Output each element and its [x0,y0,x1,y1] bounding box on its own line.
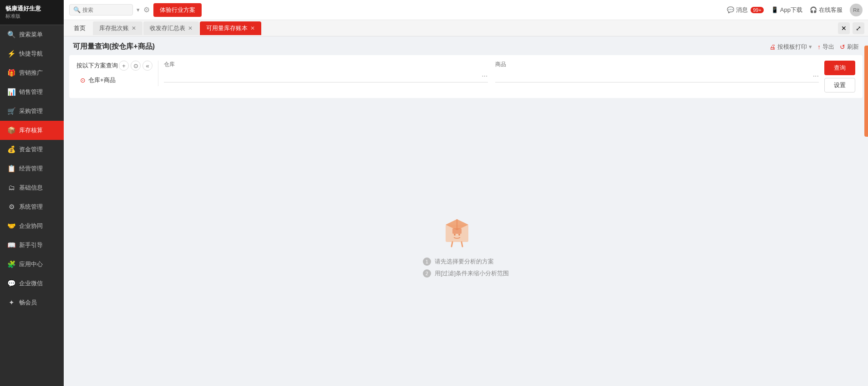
sidebar-label-operations: 经营管理 [19,165,43,173]
tab-storage-close[interactable]: ✕ [188,25,193,31]
sidebar-label-apps: 应用中心 [19,260,43,268]
phone-icon: 📱 [771,6,778,13]
svg-point-4 [454,234,456,236]
sidebar-label-sales: 销售管理 [19,88,43,96]
topbar: 🔍 ▾ ⚙ 体验行业方案 💬 消息 99+ 📱 App下载 🎧 在线客服 R [64,0,868,20]
page-title: 可用量查询(按仓库+商品) [73,42,155,51]
sidebar-item-operations[interactable]: 📋 经营管理 [0,159,64,178]
query-btn[interactable]: 查询 [824,61,855,75]
warehouse-input[interactable] [164,73,480,80]
operations-icon: 📋 [7,165,15,173]
print-label: 按模板打印 [777,43,807,51]
filter-scheme-header: 按以下方案查询 + ⊙ « [76,61,152,71]
scheme-action-buttons: + ⊙ « [119,61,152,71]
sidebar-label-finance: 资金管理 [19,145,43,154]
sidebar-item-inventory[interactable]: 📦 库存核算 [0,121,64,140]
goods-input[interactable] [495,73,811,80]
main-area: 🔍 ▾ ⚙ 体验行业方案 💬 消息 99+ 📱 App下载 🎧 在线客服 R [64,0,868,386]
empty-tips: 1 请先选择要分析的方案 2 用[过滤]条件来缩小分析范围 [423,257,509,278]
online-service-btn[interactable]: 🎧 在线客服 [810,6,843,14]
sidebar-item-system[interactable]: ⚙ 系统管理 [0,197,64,216]
app-download-btn[interactable]: 📱 App下载 [771,6,802,14]
sidebar-item-enterprise[interactable]: 🤝 企业协同 [0,216,64,236]
enterprise-icon: 🤝 [7,222,15,230]
sidebar-label-member: 畅会员 [19,299,37,307]
sales-icon: 📊 [7,88,15,96]
sidebar-item-purchase[interactable]: 🛒 采购管理 [0,102,64,121]
collapse-scheme-btn[interactable]: « [142,61,152,71]
sidebar-item-shortcut[interactable]: ⚡ 快捷导航 [0,44,64,63]
member-icon: ✦ [7,299,15,307]
tab-close-btn[interactable]: ✕ [838,22,850,34]
goods-input-wrapper: ··· [495,70,819,82]
industry-btn[interactable]: 体验行业方案 [153,3,202,17]
sidebar-item-search[interactable]: 🔍 搜索菜单 [0,25,64,44]
goods-label: 商品 [495,61,819,68]
sidebar-item-apps[interactable]: 🧩 应用中心 [0,255,64,274]
right-scroll-bar[interactable] [864,46,868,137]
wechat-icon: 💬 [7,279,15,288]
svg-line-6 [452,242,452,247]
sidebar-item-basics[interactable]: 🗂 基础信息 [0,178,64,197]
online-service-label: 在线客服 [819,6,843,14]
user-avatar-btn[interactable]: Rit [850,4,863,16]
warehouse-field: 仓库 ··· [164,61,488,82]
tab-available-close[interactable]: ✕ [250,25,255,31]
tip-text-1: 请先选择要分析的方案 [435,257,494,266]
warehouse-more-btn[interactable]: ··· [482,72,487,80]
sidebar-label-enterprise: 企业协同 [19,222,43,230]
settings-icon[interactable]: ⚙ [143,5,150,14]
sidebar-item-finance[interactable]: 💰 资金管理 [0,140,64,159]
sidebar-label-purchase: 采购管理 [19,107,43,115]
page-actions: 🖨 按模板打印 ▾ ↑ 导出 ↺ 刷新 [769,43,859,51]
sidebar-label-shortcut: 快捷导航 [19,50,43,58]
sidebar-nav: 🔍 搜索菜单 ⚡ 快捷导航 🎁 营销推广 📊 销售管理 🛒 采购管理 📦 库存核… [0,25,64,386]
purchase-icon: 🛒 [7,107,15,115]
sidebar-logo: 畅康通好生意 标准版 [0,0,64,25]
sidebar-item-member[interactable]: ✦ 畅会员 [0,293,64,312]
goods-more-btn[interactable]: ··· [813,72,819,80]
empty-state: 1 请先选择要分析的方案 2 用[过滤]条件来缩小分析范围 [64,98,868,386]
svg-line-7 [462,242,462,247]
sidebar-label-newbie: 新手引导 [19,241,43,249]
refresh-label: 刷新 [847,43,859,51]
message-label: 消息 [736,6,748,14]
warehouse-label: 仓库 [164,61,488,68]
user-name: Rit [853,7,859,13]
tab-available[interactable]: 可用量库存账本 ✕ [200,21,261,35]
tab-batch[interactable]: 库存批次账 ✕ [93,21,142,35]
tip-num-1: 1 [423,257,431,266]
refresh-btn[interactable]: ↺ 刷新 [840,43,859,51]
message-badge: 99+ [751,7,764,13]
sidebar-item-newbie[interactable]: 📖 新手引导 [0,236,64,255]
tab-home[interactable]: 首页 [67,21,92,35]
sidebar-label-wechat: 企业微信 [19,279,43,288]
sidebar-item-sales[interactable]: 📊 销售管理 [0,82,64,102]
print-btn[interactable]: 🖨 按模板打印 ▾ [769,43,812,51]
svg-rect-3 [452,228,462,234]
setting-btn[interactable]: 设置 [824,78,855,93]
message-btn[interactable]: 💬 消息 99+ [727,6,764,14]
tab-batch-close[interactable]: ✕ [132,25,136,31]
tab-available-label: 可用量库存账本 [206,24,248,32]
sidebar-item-marketing[interactable]: 🎁 营销推广 [0,63,64,82]
apps-icon: 🧩 [7,260,15,268]
dropdown-icon[interactable]: ▾ [137,6,140,13]
scheme-item-warehouse-goods[interactable]: ⊙ 仓库+商品 [76,74,152,86]
tip-item-2: 2 用[过滤]条件来缩小分析范围 [423,269,509,278]
search-icon: 🔍 [7,31,15,39]
sidebar-item-wechat[interactable]: 💬 企业微信 [0,274,64,293]
export-btn[interactable]: ↑ 导出 [817,43,834,51]
filter-area: 按以下方案查询 + ⊙ « ⊙ 仓库+商品 仓库 [69,55,863,98]
tab-controls: ✕ ⤢ [838,22,864,34]
tab-storage[interactable]: 收发存汇总表 ✕ [143,21,199,35]
export-label: 导出 [822,43,834,51]
tab-batch-label: 库存批次账 [99,24,129,32]
tab-expand-btn[interactable]: ⤢ [853,22,864,34]
marketing-icon: 🎁 [7,69,15,77]
search-input[interactable] [82,7,128,13]
add-scheme-btn[interactable]: + [119,61,129,71]
edit-scheme-btn[interactable]: ⊙ [131,61,141,71]
tip-item-1: 1 请先选择要分析的方案 [423,257,509,266]
print-dropdown-icon[interactable]: ▾ [809,43,812,50]
